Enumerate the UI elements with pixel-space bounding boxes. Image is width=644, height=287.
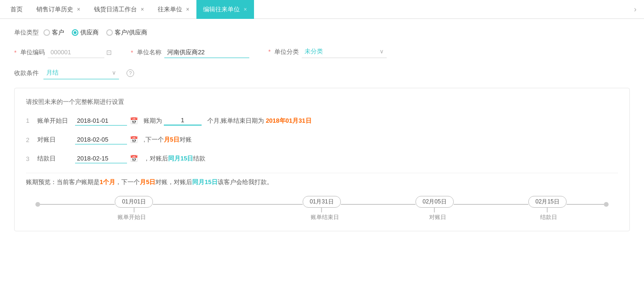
period-label: 账期为 [144,117,164,125]
tab-expand-button[interactable]: › [630,5,640,14]
reconcile-desc: ,下一个月5日对账 [144,135,192,144]
payment-dropdown-arrow: ∨ [112,69,116,76]
period-desc: 个月,账单结束日期为 2018年01月31日 [207,117,312,125]
payment-date-input[interactable] [75,154,127,163]
preview-text: 账期预览：当前客户账期是1个月，下一个月5日对账，对账后同月15日该客户会给我打… [26,173,618,186]
tab-sales-order[interactable]: 销售订单历史 × [30,0,87,19]
code-label: 单位编码 [20,48,45,57]
unit-code-group: * 单位编码 ⊡ [14,47,112,58]
tl-node-1: 01月01日 [115,196,153,212]
tl-node-3: 02月05日 [415,196,454,212]
panel-row-1: 1 账单开始日 📅 账期为 个月,账单结束日期为 2018年01月31日 [26,116,618,126]
tl-badge-2: 01月31日 [303,196,341,208]
tl-line-3 [341,204,415,205]
preview-highlight2: 月5日 [140,178,155,186]
tl-line-5 [567,204,604,205]
radio-circle-both [106,29,113,36]
tl-vert-2 [321,208,322,212]
end-date-highlight: 2018年01月31日 [266,117,312,124]
payment-date-label: 结款日 [37,154,75,163]
start-date-input[interactable] [75,116,127,126]
tab-partner[interactable]: 往来单位 × [151,0,196,19]
payment-dropdown[interactable]: 月结 ∨ [43,67,119,79]
tl-vert-3 [434,208,435,212]
panel-instruction: 请按照未来的一个完整帐期进行设置 [26,98,618,106]
unit-type-radio-group: 客户 供应商 客户/供应商 [43,28,147,37]
payment-value: 月结 [46,68,110,77]
tl-label-2: 账单结束日 [306,213,344,221]
tl-badge-4: 02月15日 [528,196,567,208]
tab-close-cash-work[interactable]: × [141,6,144,13]
timeline-labels: 账单开始日 账单结束日 对账日 结款日 [35,213,609,221]
start-date-label: 账单开始日 [37,117,75,125]
tab-home[interactable]: 首页 [4,0,30,19]
tl-label-wrap-3: 对账日 [421,213,454,221]
tabs-bar: 首页 销售订单历史 × 钱货日清工作台 × 往来单位 × 编辑往来单位 × › [0,0,644,19]
category-dropdown[interactable]: 未分类 ∨ [302,45,387,58]
code-input-wrap: ⊡ [48,47,112,58]
unit-type-row: 单位类型 客户 供应商 客户/供应商 [14,28,630,37]
tl-label-3: 对账日 [421,213,454,221]
preview-highlight3: 同月15日 [192,178,217,186]
radio-circle-customer [43,29,50,36]
tl-vert-1 [134,208,135,212]
tab-edit-partner[interactable]: 编辑往来单位 × [196,0,254,19]
preview-highlight1: 1个月 [100,178,115,186]
tl-line-2 [153,204,303,205]
tl-label-wrap-2: 账单结束日 [306,213,344,221]
tl-label-wrap-4: 结款日 [532,213,565,221]
radio-customer[interactable]: 客户 [43,28,64,37]
row-num-3: 3 [26,155,37,162]
tl-end-dot [604,202,609,207]
tl-label-wrap-1: 账单开始日 [113,213,151,221]
tab-close-edit-partner[interactable]: × [244,6,247,13]
reconcile-highlight: 月5日 [164,136,179,143]
payment-date-desc: ，对账后同月15日结款 [144,154,205,163]
tl-node-2: 01月31日 [303,196,341,212]
tl-badge-1: 01月01日 [115,196,153,208]
payment-help-icon[interactable]: ? [127,69,134,77]
start-date-calendar-icon[interactable]: 📅 [130,117,138,125]
name-required-star: * [131,49,133,56]
code-name-cat-row: * 单位编码 ⊡ * 单位名称 document.querySelector('… [14,45,630,58]
tl-vert-4 [547,208,548,212]
radio-supplier[interactable]: 供应商 [72,28,99,37]
reconcile-label: 对账日 [37,135,75,144]
tab-cash-work[interactable]: 钱货日清工作台 × [87,0,151,19]
radio-both[interactable]: 客户/供应商 [106,28,147,37]
code-copy-icon[interactable]: ⊡ [106,49,112,56]
name-label: 单位名称 [137,48,161,57]
payment-label: 收款条件 [14,69,39,77]
name-input[interactable] [164,47,249,58]
payment-date-calendar-icon[interactable]: 📅 [130,155,138,162]
tl-badge-3: 02月05日 [415,196,454,208]
unit-category-group: * 单位分类 未分类 ∨ [268,45,387,58]
period-input[interactable] [164,116,202,126]
timeline-row: 01月01日 01月31日 02月05日 02月15日 [35,196,609,212]
cat-label: 单位分类 [274,48,299,56]
reconcile-date-input[interactable] [75,135,127,144]
code-input[interactable] [48,47,104,58]
unit-type-label: 单位类型 [14,28,39,37]
radio-circle-supplier [72,29,78,36]
main-content: 单位类型 客户 供应商 客户/供应商 * 单位编码 ⊡ [0,19,644,287]
tl-line-1 [40,204,115,205]
timeline-section: 01月01日 01月31日 02月05日 02月15日 [26,196,618,221]
row-num-2: 2 [26,136,37,144]
settings-panel: 请按照未来的一个完整帐期进行设置 1 账单开始日 📅 账期为 个月,账单结束日期… [14,88,630,231]
tab-close-sales-order[interactable]: × [77,6,80,13]
category-dropdown-arrow: ∨ [380,48,384,55]
unit-name-group: * 单位名称 document.querySelector('[data-nam… [131,47,249,58]
tl-label-4: 结款日 [532,213,565,221]
category-value: 未分类 [305,47,378,56]
panel-row-2: 2 对账日 📅 ,下一个月5日对账 [26,135,618,144]
tl-start-dot [35,202,40,207]
payment-row: 收款条件 月结 ∨ ? [14,67,630,79]
tab-close-partner[interactable]: × [186,6,189,13]
row-num-1: 1 [26,117,37,124]
name-input-wrap: document.querySelector('[data-name="name… [164,47,249,58]
tl-node-4: 02月15日 [528,196,567,212]
cat-required-star: * [268,48,271,55]
code-required-star: * [14,49,17,56]
reconcile-date-calendar-icon[interactable]: 📅 [130,136,138,144]
